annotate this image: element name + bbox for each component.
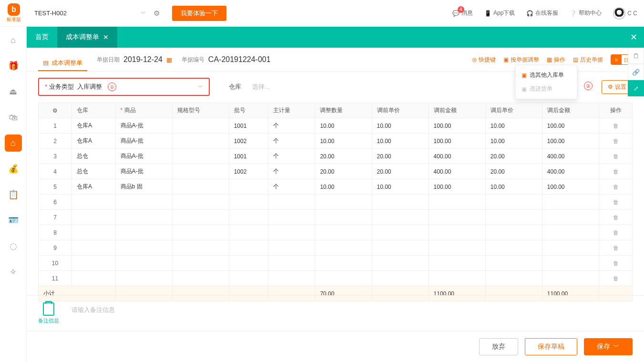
settings-gear-icon[interactable]: ⚙ bbox=[153, 9, 160, 18]
table-row-empty[interactable]: 8🗑 bbox=[39, 225, 633, 240]
warehouse-select[interactable]: 选择... bbox=[252, 83, 270, 91]
nav-gift[interactable]: 🎁 bbox=[5, 57, 22, 74]
rail-link[interactable]: 🔗 bbox=[628, 64, 644, 80]
table-row-empty[interactable]: 11🗑 bbox=[39, 271, 633, 286]
tab-home[interactable]: 首页 bbox=[27, 27, 57, 48]
rail-note[interactable]: 🗒 bbox=[628, 48, 644, 64]
customer-service-link[interactable]: 🎧在线客服 bbox=[526, 9, 558, 17]
env-value: TEST-H002 bbox=[34, 10, 67, 17]
filter-row: *业务类型 入库调整① ﹀ 仓库 选择... ▣选其他入库单 ▣选进货单 ② ⚙… bbox=[27, 72, 644, 103]
nav-bag[interactable]: 🛍 bbox=[5, 109, 22, 126]
table-row[interactable]: 1仓库A商品A-批1001个10.0010.00100.0010.00100.0… bbox=[39, 118, 633, 134]
help-icon: ❔ bbox=[570, 10, 577, 17]
table-row-empty[interactable]: 7🗑 bbox=[39, 210, 633, 225]
col-batch[interactable]: 批号 bbox=[229, 103, 268, 118]
data-table: ⚙ 仓库 *商品 规格型号 批号 主计量 调整数量 调前单价 调前金额 调后单价… bbox=[38, 103, 633, 301]
col-pre-price[interactable]: 调前单价 bbox=[372, 103, 429, 118]
doc-icon: ▣ bbox=[521, 86, 527, 93]
save-button[interactable]: 保存﹀ bbox=[584, 338, 633, 355]
logo-icon: b bbox=[8, 3, 20, 16]
doc-icon: ▤ bbox=[43, 59, 49, 66]
msg-badge: 4 bbox=[458, 6, 464, 13]
delete-row-icon[interactable]: 🗑 bbox=[613, 168, 619, 175]
main-area: 首页 成本调整单✕ ✕ ▤成本调整单 单据日期2019-12-24▦ 单据编号C… bbox=[27, 27, 644, 362]
doc-number: CA-20191224-001 bbox=[208, 55, 271, 64]
app-header: b 标准版 TEST-H002 ﹀ ⚙ 我要体验一下 💬 消息 4 📱App下载… bbox=[0, 0, 644, 27]
remark-input[interactable] bbox=[68, 302, 633, 317]
delete-row-icon[interactable]: 🗑 bbox=[613, 138, 619, 145]
logo-text: 标准版 bbox=[7, 16, 21, 23]
nav-new[interactable]: ✧ bbox=[5, 263, 22, 280]
avatar-icon bbox=[613, 7, 625, 20]
col-post-amt[interactable]: 调后金额 bbox=[542, 103, 599, 118]
remark-label: 备注信息 bbox=[38, 302, 59, 324]
nav-report[interactable]: 📋 bbox=[5, 186, 22, 203]
close-icon[interactable]: ✕ bbox=[103, 33, 109, 41]
phone-icon: 📱 bbox=[484, 10, 491, 17]
gear-icon: ⚙ bbox=[608, 83, 613, 90]
col-prod[interactable]: *商品 bbox=[115, 103, 172, 118]
table-row[interactable]: 5仓库A商品b 固个10.0010.00100.0010.00100.00🗑 bbox=[39, 179, 633, 195]
col-spec[interactable]: 规格型号 bbox=[172, 103, 229, 118]
table-row[interactable]: 2仓库A商品A-批1002个10.0010.00100.0010.00100.0… bbox=[39, 134, 633, 149]
app-download-link[interactable]: 📱App下载 bbox=[484, 9, 515, 17]
dd-other-inbound[interactable]: ▣选其他入库单 bbox=[516, 68, 577, 82]
table-row-empty[interactable]: 9🗑 bbox=[39, 240, 633, 256]
delete-row-icon[interactable]: 🗑 bbox=[613, 275, 619, 282]
by-order-link[interactable]: ▣ 按单据调整 bbox=[503, 54, 539, 65]
nav-house-up[interactable]: ⏏ bbox=[5, 83, 22, 100]
chevron-down-icon: ﹀ bbox=[141, 10, 146, 17]
close-all-tabs[interactable]: ✕ bbox=[623, 27, 644, 48]
remark-section: 备注信息 bbox=[27, 295, 644, 331]
user-menu[interactable]: C C bbox=[613, 7, 637, 20]
hotkey-link[interactable]: ◎ 快捷键 bbox=[472, 54, 496, 65]
discard-button[interactable]: 放弃 bbox=[479, 338, 518, 355]
delete-row-icon[interactable]: 🗑 bbox=[613, 199, 619, 206]
env-select[interactable]: TEST-H002 ﹀ bbox=[31, 6, 150, 21]
view-list[interactable]: ≡ bbox=[611, 55, 622, 64]
delete-row-icon[interactable]: 🗑 bbox=[613, 123, 619, 129]
doc-date[interactable]: 2019-12-24 bbox=[123, 55, 163, 64]
delete-row-icon[interactable]: 🗑 bbox=[613, 184, 619, 190]
biz-type-select[interactable]: *业务类型 入库调整① ﹀ bbox=[38, 78, 210, 96]
tab-current[interactable]: 成本调整单✕ bbox=[57, 27, 117, 48]
delete-row-icon[interactable]: 🗑 bbox=[613, 229, 619, 236]
nav-id[interactable]: 🪪 bbox=[5, 212, 22, 229]
col-gear[interactable]: ⚙ bbox=[39, 103, 72, 118]
headset-icon: 🎧 bbox=[526, 10, 533, 17]
table-row[interactable]: 4总仓商品A-批1002个20.0020.00400.0020.00400.00… bbox=[39, 164, 633, 179]
nav-money[interactable]: 💰 bbox=[5, 160, 22, 177]
col-qty[interactable]: 调整数量 bbox=[315, 103, 372, 118]
table-row-empty[interactable]: 10🗑 bbox=[39, 256, 633, 271]
nav-loading[interactable]: ◌ bbox=[5, 238, 22, 255]
nav-home[interactable]: ⌂ bbox=[5, 31, 22, 49]
rail-expand[interactable]: ⤢ bbox=[628, 80, 644, 96]
clipboard-icon bbox=[43, 302, 54, 316]
nav-warehouse[interactable]: ⌂ bbox=[5, 134, 22, 152]
annotation-2: ② bbox=[584, 82, 593, 90]
col-op[interactable]: 操作 bbox=[599, 103, 633, 118]
col-post-price[interactable]: 调后单价 bbox=[485, 103, 542, 118]
trial-button[interactable]: 我要体验一下 bbox=[172, 6, 226, 21]
delete-row-icon[interactable]: 🗑 bbox=[613, 214, 619, 221]
delete-row-icon[interactable]: 🗑 bbox=[613, 245, 619, 251]
table-row-empty[interactable]: 6🗑 bbox=[39, 195, 633, 210]
table-row[interactable]: 3总仓商品A-批1001个20.0020.00400.0020.00400.00… bbox=[39, 149, 633, 164]
doc-toolbar: ◎ 快捷键 ▣ 按单据调整 ▦ 操作 ▤ 历史单据 ≡ ▯▯ bbox=[472, 54, 633, 65]
chevron-down-icon: ﹀ bbox=[198, 83, 203, 91]
right-rail: 🗒 🔗 ⤢ bbox=[628, 48, 644, 96]
col-wh[interactable]: 仓库 bbox=[72, 103, 116, 118]
help-center-link[interactable]: ❔帮助中心 bbox=[570, 9, 602, 17]
delete-row-icon[interactable]: 🗑 bbox=[613, 260, 619, 267]
table-header-row: ⚙ 仓库 *商品 规格型号 批号 主计量 调整数量 调前单价 调前金额 调后单价… bbox=[39, 103, 633, 118]
col-unit[interactable]: 主计量 bbox=[268, 103, 315, 118]
save-draft-button[interactable]: 保存草稿 bbox=[525, 338, 577, 355]
messages-link[interactable]: 💬 消息 4 bbox=[452, 9, 473, 17]
history-link[interactable]: ▤ 历史单据 bbox=[573, 54, 603, 65]
calendar-icon[interactable]: ▦ bbox=[166, 56, 172, 63]
col-pre-amt[interactable]: 调前金额 bbox=[429, 103, 485, 118]
page-tabs: 首页 成本调整单✕ ✕ bbox=[27, 27, 644, 48]
logo: b 标准版 bbox=[7, 3, 21, 23]
delete-row-icon[interactable]: 🗑 bbox=[613, 153, 619, 160]
ops-link[interactable]: ▦ 操作 bbox=[547, 54, 565, 65]
